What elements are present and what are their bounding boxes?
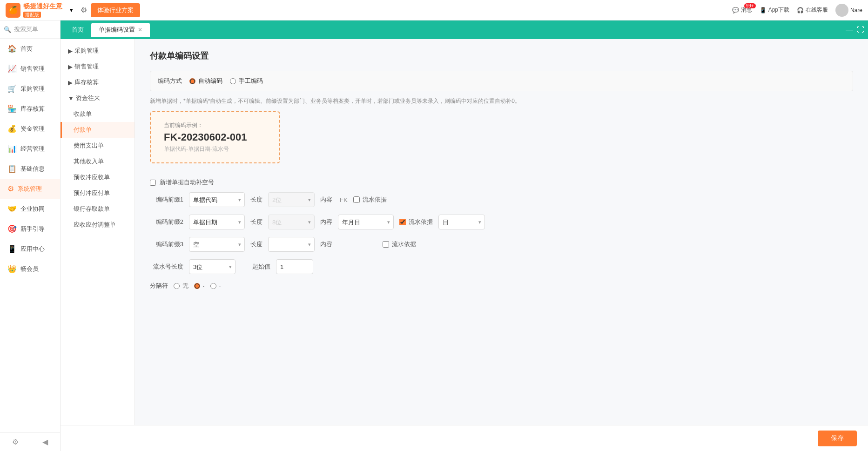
waterflow-3: 流水依据 <box>383 240 416 249</box>
gear-button[interactable]: ⚙ <box>81 6 87 14</box>
tab-encoding-settings[interactable]: 单据编码设置 ✕ <box>91 23 150 37</box>
message-button[interactable]: 💬 消息 99+ <box>732 6 752 14</box>
prefix-select-1[interactable]: 单据代码 <box>189 192 245 207</box>
submenu-header-sales[interactable]: ▶ 销售管理 <box>61 59 135 74</box>
waterflow-checkbox-2[interactable] <box>399 219 406 225</box>
submenu-label-finance: 资金往来 <box>76 94 100 102</box>
sidebar-item-operations[interactable]: 📊 经营管理 <box>0 139 60 159</box>
sidebar-bottom: ⚙ ◀ <box>0 432 60 451</box>
prefix-select-wrapper-1: 单据代码 <box>189 192 245 207</box>
top-bar-right: 💬 消息 99+ 📱 App下载 🎧 在线客服 Nare <box>732 4 862 17</box>
online-service-button[interactable]: 🎧 在线客服 <box>797 6 828 14</box>
sidebar-item-home[interactable]: 🏠 首页 <box>0 39 60 59</box>
user-area[interactable]: Nare <box>835 4 862 17</box>
top-bar-left: 🍊 畅捷通好生意 搭配版 ▾ ⚙ 体验行业方案 <box>6 2 140 18</box>
top-bar-controls: ▾ ⚙ 体验行业方案 <box>66 3 140 17</box>
separator-label: 分隔符 <box>150 282 168 290</box>
submenu-item-adjustment[interactable]: 应收应付调整单 <box>61 217 135 233</box>
sidebar-item-purchase[interactable]: 🛒 采购管理 <box>0 79 60 99</box>
tab-minimize-btn[interactable]: — <box>846 26 853 34</box>
sidebar-item-system[interactable]: ⚙ 系统管理 <box>0 179 60 199</box>
tab-home-label: 首页 <box>72 26 84 34</box>
separator-dot2-option[interactable]: · <box>210 283 221 289</box>
auto-fill-checkbox[interactable] <box>150 180 156 186</box>
finance-icon: 💰 <box>7 124 17 133</box>
sidebar-search[interactable]: 🔍 搜索菜单 <box>0 20 60 39</box>
granularity-select[interactable]: 日 <box>438 215 485 229</box>
start-value-input[interactable] <box>276 259 313 274</box>
sidebar-label-finance: 资金管理 <box>20 125 45 133</box>
separator-dot-label: · <box>203 283 205 289</box>
submenu-item-prepay-payable[interactable]: 预付冲应付单 <box>61 185 135 201</box>
tab-home[interactable]: 首页 <box>64 23 91 37</box>
content-label-2: 内容 <box>320 218 332 226</box>
sidebar-item-finance[interactable]: 💰 资金管理 <box>0 119 60 139</box>
sidebar-item-sales[interactable]: 📈 销售管理 <box>0 59 60 79</box>
tab-expand-btn[interactable]: ⛶ <box>857 26 864 34</box>
manual-encode-label: 手工编码 <box>239 77 263 85</box>
sidebar-item-member[interactable]: 👑 畅会员 <box>0 259 60 279</box>
sidebar-item-enterprise[interactable]: 🤝 企业协同 <box>0 199 60 219</box>
dropdown-button[interactable]: ▾ <box>66 5 77 15</box>
prefix-select-2[interactable]: 单据日期 <box>189 215 245 229</box>
submenu-item-receipt[interactable]: 收款单 <box>61 106 135 122</box>
app-download-button[interactable]: 📱 App下载 <box>760 6 789 14</box>
waterflow-checkbox-3[interactable] <box>383 241 389 248</box>
top-bar: 🍊 畅捷通好生意 搭配版 ▾ ⚙ 体验行业方案 💬 消息 99+ 📱 <box>0 0 868 20</box>
separator-dot-radio[interactable] <box>194 283 200 289</box>
encoding-radio-group: 自动编码 手工编码 <box>189 77 263 85</box>
industry-button[interactable]: 体验行业方案 <box>91 3 140 17</box>
separator-dot-option[interactable]: · <box>194 283 205 289</box>
submenu-item-expense[interactable]: 费用支出单 <box>61 138 135 154</box>
sidebar-collapse-btn[interactable]: ◀ <box>42 438 48 446</box>
submenu-item-payment[interactable]: 付款单 <box>61 122 135 138</box>
submenu-group-inventory: ▶ 库存核算 <box>61 74 135 90</box>
separator-none-radio[interactable] <box>174 283 180 289</box>
save-button[interactable]: 保存 <box>818 431 857 446</box>
submenu-header-finance[interactable]: ▼ 资金往来 <box>61 90 135 106</box>
sidebar-item-apps[interactable]: 📱 应用中心 <box>0 239 60 259</box>
content-select-2[interactable]: 年月日 <box>338 215 394 229</box>
submenu-item-label-prepay-payable: 预付冲应付单 <box>74 189 110 196</box>
auto-encode-radio[interactable] <box>189 78 195 84</box>
serial-length-select[interactable]: 3位 <box>189 259 236 274</box>
sidebar-label-guide: 新手引导 <box>20 225 45 233</box>
search-icon: 🔍 <box>4 26 11 33</box>
submenu-group-finance: ▼ 资金往来 收款单 付款单 费用支出单 其他收入单 <box>61 90 135 233</box>
sidebar-label-apps: 应用中心 <box>20 245 45 253</box>
prefix-select-wrapper-3: 空 <box>189 237 245 252</box>
auto-encode-option[interactable]: 自动编码 <box>189 77 222 85</box>
sidebar-item-inventory[interactable]: 🏪 库存核算 <box>0 99 60 119</box>
prefix-row-3: 编码前缀3 空 长度 内容 <box>150 237 853 252</box>
serial-row: 流水号长度 3位 起始值 <box>150 259 853 274</box>
arrow-icon-inventory: ▶ <box>68 79 73 86</box>
submenu-item-other-income[interactable]: 其他收入单 <box>61 154 135 169</box>
length-select-1: 2位 <box>268 192 315 207</box>
sidebar-settings-btn[interactable]: ⚙ <box>12 438 19 446</box>
serial-length-label: 流水号长度 <box>150 263 183 271</box>
preview-value: FK-20230602-001 <box>164 131 266 143</box>
sales-icon: 📈 <box>7 64 17 73</box>
dropdown-arrow: ▾ <box>70 7 73 13</box>
manual-encode-option[interactable]: 手工编码 <box>230 77 263 85</box>
length-select-2: 8位 <box>268 215 315 229</box>
content-label-1: 内容 <box>320 195 332 204</box>
logo-tag: 搭配版 <box>23 12 41 18</box>
length-select-3[interactable] <box>268 237 315 252</box>
submenu-item-bank[interactable]: 银行存取款单 <box>61 201 135 217</box>
sidebar-item-basic[interactable]: 📋 基础信息 <box>0 159 60 179</box>
submenu-header-purchase[interactable]: ▶ 采购管理 <box>61 43 135 59</box>
manual-encode-radio[interactable] <box>230 78 236 84</box>
preview-label: 当前编码示例： <box>164 121 266 129</box>
submenu-item-prepay-receivable[interactable]: 预收冲应收单 <box>61 169 135 185</box>
sidebar-label-inventory: 库存核算 <box>20 105 45 113</box>
prefix-select-3[interactable]: 空 <box>189 237 245 252</box>
separator-none-option[interactable]: 无 <box>174 282 188 290</box>
tab-encoding-label: 单据编码设置 <box>99 26 135 34</box>
submenu-header-inventory[interactable]: ▶ 库存核算 <box>61 74 135 90</box>
separator-dot2-radio[interactable] <box>210 283 216 289</box>
waterflow-checkbox-1[interactable] <box>353 196 360 203</box>
sidebar-item-guide[interactable]: 🎯 新手引导 <box>0 219 60 239</box>
tab-close-icon[interactable]: ✕ <box>138 27 142 33</box>
length-select-wrapper-2: 8位 <box>268 215 315 229</box>
